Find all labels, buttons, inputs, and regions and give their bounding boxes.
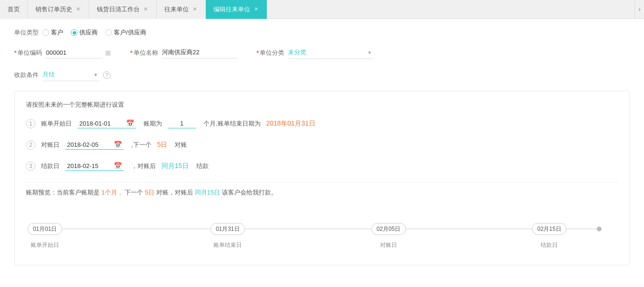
unit-code-icon[interactable]: ⊞	[105, 49, 111, 57]
radio-customer[interactable]: 客户	[42, 28, 63, 37]
payment-terms-row: 收款条件 月结 ▾ ?	[14, 68, 630, 81]
tab-counterparty[interactable]: 往来单位 ✕	[157, 0, 206, 19]
step-2-row: 2 对账日 📅 ,下一个 5日 对账	[26, 140, 618, 150]
step-3-highlight: 同月15日	[161, 162, 189, 170]
radio-supplier-circle	[71, 29, 77, 36]
preview-period: 1个月，	[102, 189, 123, 196]
tab-counterparty-label: 往来单位	[164, 5, 189, 14]
payment-terms-value: 月结	[42, 70, 93, 79]
unit-code-group: * 单位编码 ⊞	[14, 47, 111, 59]
unit-category-arrow: ▾	[368, 50, 371, 56]
unit-name-star: *	[130, 49, 132, 57]
timeline-badge-4: 02月15日	[532, 223, 567, 235]
tab-edit-counterparty-close[interactable]: ✕	[253, 5, 259, 13]
unit-code-input-wrap: ⊞	[46, 47, 111, 59]
section-box: 请按照未来的一个完整帐期进行设置 1 账单开始日 📅 账期为 个月,账单结束日期…	[14, 91, 630, 265]
section-title: 请按照未来的一个完整帐期进行设置	[26, 101, 618, 109]
preview-highlight1: 5日	[145, 189, 154, 196]
unit-category-label: 单位分类	[260, 49, 284, 57]
tab-more-arrow[interactable]: ›	[635, 0, 644, 19]
help-icon[interactable]: ?	[103, 71, 110, 79]
tab-edit-counterparty-label: 编辑往来单位	[213, 5, 250, 14]
step-1-date-wrap: 📅	[77, 118, 136, 128]
unit-category-value: 未分类	[288, 48, 366, 57]
unit-code-input[interactable]	[46, 47, 102, 59]
step-2-date-wrap: 📅	[65, 140, 124, 150]
tab-edit-counterparty[interactable]: 编辑往来单位 ✕	[206, 0, 267, 19]
main-content: 单位类型 客户 供应商 客户/供应商 * 单位编码 ⊞	[0, 19, 644, 287]
radio-supplier[interactable]: 供应商	[71, 28, 98, 37]
unit-fields-row: * 单位编码 ⊞ * 单位名称 * 单位分类 未分类 ▾	[14, 46, 630, 59]
radio-both-circle	[105, 29, 112, 36]
timeline-sublabel-4: 结款日	[541, 241, 558, 249]
radio-both[interactable]: 客户/供应商	[105, 28, 146, 37]
preview-label: 账期预览：当前客户账期是	[26, 189, 100, 196]
unit-category-star: *	[256, 49, 259, 57]
tab-cash-ledger-label: 钱货日清工作台	[97, 5, 140, 14]
step-1-suffix: 账期为	[144, 119, 162, 128]
tab-counterparty-close[interactable]: ✕	[192, 5, 198, 13]
preview-section: 账期预览：当前客户账期是 1个月， 下一个 5日 对账，对账后 同月15日 该客…	[26, 182, 618, 203]
radio-both-label: 客户/供应商	[114, 28, 146, 37]
step-1-period-unit: 个月,账单结束日期为	[203, 119, 261, 128]
preview-suffix: 该客户会给我打款。	[222, 189, 277, 196]
timeline-section: 01月01日 01月31日 02月05日 02月15日 账单开始日	[26, 212, 618, 255]
timeline-sublabel-3: 对账日	[380, 241, 397, 249]
tab-cash-ledger[interactable]: 钱货日清工作台 ✕	[89, 0, 157, 19]
step-2-prefix: ,下一个	[131, 141, 152, 149]
preview-mid1: 下一个	[125, 189, 143, 196]
unit-name-input-wrap	[162, 47, 237, 59]
step-3-num: 3	[26, 161, 35, 171]
step-1-label: 账单开始日	[41, 119, 72, 128]
payment-terms-label: 收款条件	[14, 71, 39, 79]
step-2-label: 对账日	[41, 141, 59, 149]
step-2-date-input[interactable]	[67, 141, 112, 148]
step-1-period-input[interactable]	[168, 119, 196, 128]
step-3-prefix: ，对账后	[131, 162, 156, 170]
step-2-suffix: 对账	[175, 141, 187, 149]
step-2-highlight: 5日	[157, 141, 168, 149]
timeline-sublabel-1: 账单开始日	[31, 241, 59, 249]
step-3-suffix: 结款	[196, 162, 209, 170]
unit-category-dropdown[interactable]: 未分类 ▾	[288, 46, 373, 59]
unit-name-input[interactable]	[162, 47, 237, 59]
payment-terms-dropdown[interactable]: 月结 ▾	[42, 68, 99, 81]
step-2-num: 2	[26, 140, 35, 150]
timeline-badge-3: 02月05日	[372, 223, 406, 235]
tab-bar: 首页 销售订单历史 ✕ 钱货日清工作台 ✕ 往来单位 ✕ 编辑往来单位 ✕ ›	[0, 0, 644, 19]
tab-home-label: 首页	[8, 5, 20, 14]
unit-name-label: 单位名称	[134, 49, 158, 57]
timeline-end-dot	[597, 227, 602, 231]
step-3-date-wrap: 📅	[65, 161, 124, 171]
tab-home[interactable]: 首页	[0, 0, 28, 19]
preview-highlight2: 同月15日	[195, 189, 220, 196]
radio-supplier-label: 供应商	[79, 28, 98, 37]
step-3-date-input[interactable]	[67, 162, 112, 169]
step-1-num: 1	[26, 119, 35, 128]
tab-sales-order-label: 销售订单历史	[35, 5, 72, 14]
tab-sales-order[interactable]: 销售订单历史 ✕	[28, 0, 89, 19]
unit-type-row: 单位类型 客户 供应商 客户/供应商	[14, 28, 630, 37]
unit-category-group: * 单位分类 未分类 ▾	[256, 46, 373, 59]
step-1-end-date: 2018年01月31日	[266, 119, 315, 128]
unit-code-star: *	[14, 49, 17, 57]
unit-name-group: * 单位名称	[130, 47, 237, 59]
payment-terms-arrow: ▾	[94, 72, 97, 78]
step-1-cal-icon[interactable]: 📅	[126, 119, 134, 127]
timeline-sublabel-2: 账单结束日	[213, 241, 242, 249]
step-1-date-input[interactable]	[79, 120, 124, 127]
unit-code-label: 单位编码	[17, 49, 42, 57]
unit-type-label: 单位类型	[14, 28, 39, 37]
step-3-cal-icon[interactable]: 📅	[114, 162, 122, 169]
step-3-label: 结款日	[41, 162, 59, 170]
step-2-cal-icon[interactable]: 📅	[114, 141, 122, 148]
step-3-row: 3 结款日 📅 ，对账后 同月15日 结款	[26, 161, 618, 171]
radio-customer-circle	[42, 29, 49, 36]
step-1-row: 1 账单开始日 📅 账期为 个月,账单结束日期为 2018年01月31日	[26, 118, 618, 128]
unit-type-radio-group: 客户 供应商 客户/供应商	[42, 28, 146, 37]
tab-cash-ledger-close[interactable]: ✕	[143, 5, 149, 13]
tab-sales-order-close[interactable]: ✕	[75, 5, 81, 13]
radio-customer-label: 客户	[51, 28, 63, 37]
preview-mid2: 对账，对账后	[156, 189, 193, 196]
timeline-badge-2: 01月31日	[211, 223, 245, 235]
